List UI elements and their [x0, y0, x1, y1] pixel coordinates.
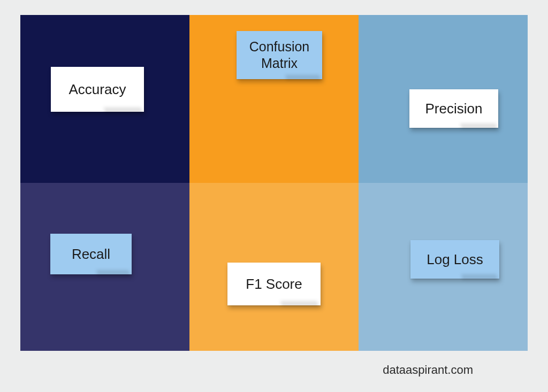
card-precision: Precision	[409, 89, 499, 128]
cell-recall: Recall	[20, 183, 189, 351]
card-log-loss: Log Loss	[410, 240, 499, 279]
card-label: Recall	[72, 246, 110, 262]
attribution-text: dataaspirant.com	[383, 363, 473, 377]
cell-confusion-matrix: ConfusionMatrix	[189, 15, 359, 183]
cell-precision: Precision	[359, 15, 528, 183]
card-accuracy: Accuracy	[51, 67, 144, 112]
card-f1-score: F1 Score	[227, 263, 321, 306]
card-label: ConfusionMatrix	[249, 39, 310, 71]
metrics-grid: Accuracy ConfusionMatrix Precision Recal…	[20, 15, 528, 351]
card-label: Accuracy	[69, 81, 126, 97]
card-label: Log Loss	[427, 251, 483, 267]
card-label: F1 Score	[246, 276, 302, 292]
card-recall: Recall	[50, 234, 132, 275]
card-confusion-matrix: ConfusionMatrix	[237, 31, 323, 80]
cell-accuracy: Accuracy	[20, 15, 189, 183]
cell-f1-score: F1 Score	[189, 183, 359, 351]
card-label: Precision	[425, 101, 483, 117]
cell-log-loss: Log Loss	[359, 183, 528, 351]
